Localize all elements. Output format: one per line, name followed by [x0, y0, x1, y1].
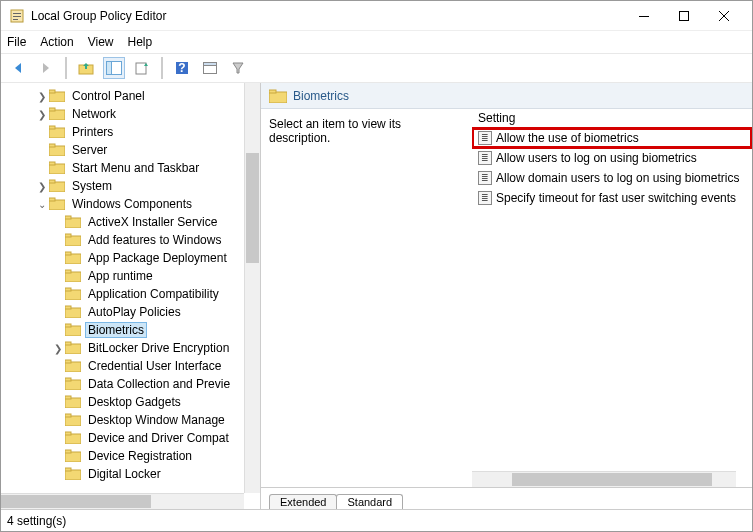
svg-rect-41 — [65, 306, 71, 309]
setting-label: Allow the use of biometrics — [496, 131, 639, 145]
folder-icon — [65, 449, 81, 463]
svg-rect-3 — [13, 19, 18, 20]
folder-icon — [65, 269, 81, 283]
svg-rect-25 — [49, 162, 55, 165]
menu-help[interactable]: Help — [128, 35, 153, 49]
folder-icon — [49, 107, 65, 121]
tree-node-label: Data Collection and Previe — [85, 377, 233, 391]
separator — [161, 57, 163, 79]
tree-node[interactable]: Desktop Gadgets — [3, 393, 244, 411]
right-body: Select an item to view its description. … — [261, 109, 752, 487]
tree-node-label: Application Compatibility — [85, 287, 222, 301]
tree-node[interactable]: Data Collection and Previe — [3, 375, 244, 393]
tree-node-label: Device Registration — [85, 449, 195, 463]
chevron-icon[interactable]: ❯ — [35, 109, 49, 120]
svg-rect-29 — [49, 198, 55, 201]
settings-horizontal-scrollbar[interactable] — [472, 471, 736, 487]
svg-rect-2 — [13, 16, 21, 17]
setting-item[interactable]: ≣Allow the use of biometrics — [472, 128, 752, 148]
up-button[interactable] — [75, 57, 97, 79]
tree-node[interactable]: Digital Locker — [3, 465, 244, 483]
tree-vertical-scrollbar[interactable] — [244, 83, 260, 493]
column-header-setting[interactable]: Setting — [472, 109, 752, 128]
tree-node[interactable]: Start Menu and Taskbar — [3, 159, 244, 177]
tree-node[interactable]: App runtime — [3, 267, 244, 285]
svg-rect-19 — [49, 108, 55, 111]
show-hide-tree-button[interactable] — [103, 57, 125, 79]
tree-node-label: Start Menu and Taskbar — [69, 161, 202, 175]
tree-node[interactable]: App Package Deployment — [3, 249, 244, 267]
close-button[interactable] — [704, 2, 744, 30]
svg-rect-43 — [65, 324, 71, 327]
menu-file[interactable]: File — [7, 35, 26, 49]
svg-rect-59 — [65, 468, 71, 471]
filter-button[interactable] — [227, 57, 249, 79]
folder-icon — [65, 305, 81, 319]
maximize-button[interactable] — [664, 2, 704, 30]
tree-node[interactable]: ❯Control Panel — [3, 87, 244, 105]
tree-horizontal-scrollbar[interactable] — [1, 493, 244, 509]
export-list-button[interactable] — [131, 57, 153, 79]
tree-node[interactable]: ActiveX Installer Service — [3, 213, 244, 231]
tree-node[interactable]: Printers — [3, 123, 244, 141]
description-text: Select an item to view its description. — [269, 117, 401, 145]
window-buttons — [624, 2, 744, 30]
folder-icon — [65, 413, 81, 427]
tab-standard[interactable]: Standard — [336, 494, 403, 509]
help-button[interactable]: ? — [171, 57, 193, 79]
svg-rect-61 — [269, 90, 276, 93]
tree-node[interactable]: Application Compatibility — [3, 285, 244, 303]
back-button[interactable] — [7, 57, 29, 79]
svg-rect-1 — [13, 13, 21, 14]
tree-node[interactable]: Device Registration — [3, 447, 244, 465]
chevron-icon[interactable]: ❯ — [35, 91, 49, 102]
tree-node[interactable]: Credential User Interface — [3, 357, 244, 375]
tree-node[interactable]: ⌄Windows Components — [3, 195, 244, 213]
tree-node-label: AutoPlay Policies — [85, 305, 184, 319]
tree-node[interactable]: Add features to Windows — [3, 231, 244, 249]
forward-button[interactable] — [35, 57, 57, 79]
menu-view[interactable]: View — [88, 35, 114, 49]
tree-node-label: Add features to Windows — [85, 233, 224, 247]
status-bar: 4 setting(s) — [1, 509, 752, 531]
setting-item[interactable]: ≣Allow users to log on using biometrics — [472, 148, 752, 168]
svg-rect-31 — [65, 216, 71, 219]
right-pane: Biometrics Select an item to view its de… — [261, 83, 752, 509]
tree-node-label: Credential User Interface — [85, 359, 224, 373]
chevron-icon[interactable]: ❯ — [51, 343, 65, 354]
policy-icon: ≣ — [478, 191, 492, 205]
svg-rect-53 — [65, 414, 71, 417]
tree-node[interactable]: Desktop Window Manage — [3, 411, 244, 429]
tree-node[interactable]: Device and Driver Compat — [3, 429, 244, 447]
folder-icon — [49, 161, 65, 175]
menu-action[interactable]: Action — [40, 35, 73, 49]
tree-node[interactable]: Biometrics — [3, 321, 244, 339]
tree-node[interactable]: ❯BitLocker Drive Encryption — [3, 339, 244, 357]
separator — [65, 57, 67, 79]
setting-item[interactable]: ≣Specify timeout for fast user switching… — [472, 188, 752, 208]
tree-node[interactable]: ❯System — [3, 177, 244, 195]
title-bar: Local Group Policy Editor — [1, 1, 752, 31]
setting-item[interactable]: ≣Allow domain users to log on using biom… — [472, 168, 752, 188]
policy-icon: ≣ — [478, 131, 492, 145]
folder-icon — [65, 359, 81, 373]
setting-label: Allow users to log on using biometrics — [496, 151, 697, 165]
folder-icon — [65, 341, 81, 355]
minimize-button[interactable] — [624, 2, 664, 30]
svg-rect-60 — [269, 92, 287, 103]
toolbar: ? — [1, 53, 752, 83]
main-area: ❯Control Panel❯NetworkPrintersServerStar… — [1, 83, 752, 509]
folder-icon — [269, 89, 287, 103]
description-pane: Select an item to view its description. — [261, 109, 471, 487]
chevron-icon[interactable]: ⌄ — [35, 199, 49, 210]
properties-button[interactable] — [199, 57, 221, 79]
folder-icon — [49, 89, 65, 103]
chevron-icon[interactable]: ❯ — [35, 181, 49, 192]
tree-node[interactable]: Server — [3, 141, 244, 159]
tree-node[interactable]: AutoPlay Policies — [3, 303, 244, 321]
right-header-title: Biometrics — [293, 89, 349, 103]
tree-node[interactable]: ❯Network — [3, 105, 244, 123]
tab-extended[interactable]: Extended — [269, 494, 337, 509]
tree-view[interactable]: ❯Control Panel❯NetworkPrintersServerStar… — [1, 83, 244, 493]
tree-node-label: Desktop Window Manage — [85, 413, 228, 427]
